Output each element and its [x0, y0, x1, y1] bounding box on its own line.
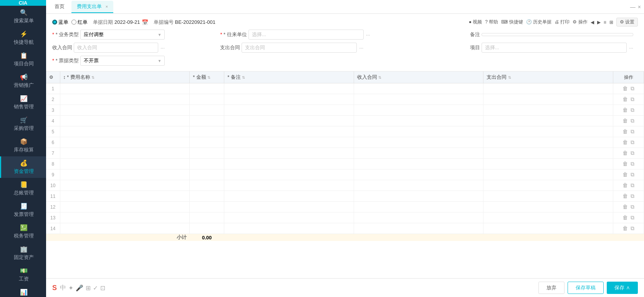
note-cell[interactable]: [224, 202, 354, 212]
col-settings[interactable]: ⚙: [46, 71, 60, 83]
expense-name-cell[interactable]: [60, 180, 190, 191]
help-btn[interactable]: ? 帮助: [485, 19, 498, 25]
copy-icon[interactable]: ⧉: [631, 204, 634, 210]
income-contract-cell[interactable]: [354, 191, 483, 202]
amount-cell[interactable]: [190, 180, 224, 191]
expense-name-cell[interactable]: [60, 169, 190, 180]
sidebar-item-salary[interactable]: 💵 工资: [0, 264, 46, 285]
expense-contract-cell[interactable]: [483, 105, 613, 116]
list-view-btn[interactable]: ≡: [604, 20, 606, 25]
delete-icon[interactable]: 🗑: [622, 182, 628, 188]
tab-home[interactable]: 首页: [49, 1, 70, 13]
amount-cell[interactable]: [190, 191, 224, 202]
expense-contract-cell[interactable]: [483, 191, 613, 202]
amount-cell[interactable]: [190, 148, 224, 159]
expense-name-cell[interactable]: [60, 94, 190, 105]
income-contract-cell[interactable]: [354, 180, 483, 191]
income-contract-cell[interactable]: [354, 159, 483, 169]
note-cell[interactable]: [224, 212, 354, 223]
note-cell[interactable]: [224, 180, 354, 191]
amount-sort-icon[interactable]: ⇅: [207, 75, 210, 80]
expense-name-cell[interactable]: [60, 212, 190, 223]
sidebar-item-biz[interactable]: 📊 经营管理: [0, 285, 46, 297]
expense-name-cell[interactable]: [60, 83, 190, 94]
note-cell[interactable]: [224, 169, 354, 180]
amount-cell[interactable]: [190, 212, 224, 223]
shortcut-icon-6[interactable]: ⊡: [100, 284, 105, 292]
copy-icon[interactable]: ⧉: [631, 139, 634, 145]
note-input[interactable]: [482, 33, 633, 36]
tab-close-icon[interactable]: ×: [106, 4, 108, 9]
note-cell[interactable]: [224, 126, 354, 137]
video-btn[interactable]: ● 视频: [469, 19, 482, 25]
note-cell[interactable]: [224, 116, 354, 126]
sidebar-item-project[interactable]: 📋 项目合同: [0, 49, 46, 70]
shortcut-btn[interactable]: ⌨ 快捷键: [501, 19, 523, 25]
next-btn[interactable]: ▶: [597, 20, 601, 25]
invoice-type-select[interactable]: 不开票 ▼: [80, 56, 165, 66]
note-cell[interactable]: [224, 94, 354, 105]
window-minimize-button[interactable]: —: [630, 4, 636, 10]
delete-icon[interactable]: 🗑: [622, 118, 628, 124]
delete-icon[interactable]: 🗑: [622, 150, 628, 156]
note-cell[interactable]: [224, 159, 354, 169]
history-btn[interactable]: 🕐 历史单据: [526, 19, 551, 25]
income-contract-cell[interactable]: [354, 105, 483, 116]
amount-cell[interactable]: [190, 169, 224, 180]
expense-name-cell[interactable]: [60, 148, 190, 159]
delete-icon[interactable]: 🗑: [622, 171, 628, 178]
amount-cell[interactable]: [190, 116, 224, 126]
delete-icon[interactable]: 🗑: [622, 214, 628, 221]
delete-icon[interactable]: 🗑: [622, 225, 628, 231]
expense-contract-cell[interactable]: [483, 223, 613, 234]
shortcut-icon-4[interactable]: ⊞: [86, 284, 91, 292]
sidebar-item-capital[interactable]: 💰 资金管理: [0, 156, 46, 178]
income-contract-input[interactable]: 收入合同: [74, 43, 158, 53]
income-contract-cell[interactable]: [354, 137, 483, 148]
income-sort-icon[interactable]: ⇅: [378, 75, 381, 80]
income-contract-cell[interactable]: [354, 94, 483, 105]
expense-contract-cell[interactable]: [483, 126, 613, 137]
prev-btn[interactable]: ◀: [591, 20, 594, 25]
partner-input[interactable]: 选择...: [248, 30, 364, 40]
tab-expense[interactable]: 费用支出单 ×: [71, 1, 113, 13]
note-cell[interactable]: [224, 83, 354, 94]
copy-icon[interactable]: ⧉: [631, 107, 634, 113]
expense-name-sort-icon[interactable]: ⇅: [91, 75, 94, 80]
partner-more-icon[interactable]: ···: [366, 32, 370, 38]
sidebar-item-assets[interactable]: 🏢 固定资产: [0, 242, 46, 264]
amount-cell[interactable]: [190, 159, 224, 169]
copy-icon[interactable]: ⧉: [631, 225, 634, 231]
delete-icon[interactable]: 🗑: [622, 85, 628, 91]
expense-contract-cell[interactable]: [483, 212, 613, 223]
amount-cell[interactable]: [190, 94, 224, 105]
income-contract-more-icon[interactable]: ···: [161, 45, 165, 51]
expense-contract-cell[interactable]: [483, 159, 613, 169]
income-contract-cell[interactable]: [354, 116, 483, 126]
note-cell[interactable]: [224, 223, 354, 234]
expense-sort-icon[interactable]: ⇅: [508, 75, 511, 80]
copy-icon[interactable]: ⧉: [631, 96, 634, 102]
red-doc-radio[interactable]: 红单: [71, 19, 88, 26]
sidebar-item-invoice[interactable]: 🧾 发票管理: [0, 199, 46, 221]
shortcut-icon-5[interactable]: ✓: [93, 284, 98, 292]
delete-icon[interactable]: 🗑: [622, 161, 628, 167]
expense-contract-cell[interactable]: [483, 202, 613, 212]
amount-cell[interactable]: [190, 137, 224, 148]
print-btn[interactable]: 🖨 打印: [555, 19, 570, 25]
income-contract-cell[interactable]: [354, 83, 483, 94]
shortcut-icon-1[interactable]: 中: [60, 284, 66, 292]
action-btn[interactable]: ⚙ 操作: [573, 19, 587, 25]
amount-cell[interactable]: [190, 202, 224, 212]
expense-name-cell[interactable]: [60, 223, 190, 234]
copy-icon[interactable]: ⧉: [631, 85, 634, 91]
expense-name-cell[interactable]: [60, 126, 190, 137]
income-contract-cell[interactable]: [354, 126, 483, 137]
income-contract-cell[interactable]: [354, 169, 483, 180]
note-cell[interactable]: [224, 105, 354, 116]
shortcut-icon-2[interactable]: ✦: [68, 284, 73, 292]
expense-name-cell[interactable]: [60, 191, 190, 202]
business-type-select[interactable]: 应付调整 ▼: [80, 30, 165, 40]
expense-name-cell[interactable]: [60, 137, 190, 148]
sidebar-item-inventory[interactable]: 📦 库存核算: [0, 135, 46, 156]
